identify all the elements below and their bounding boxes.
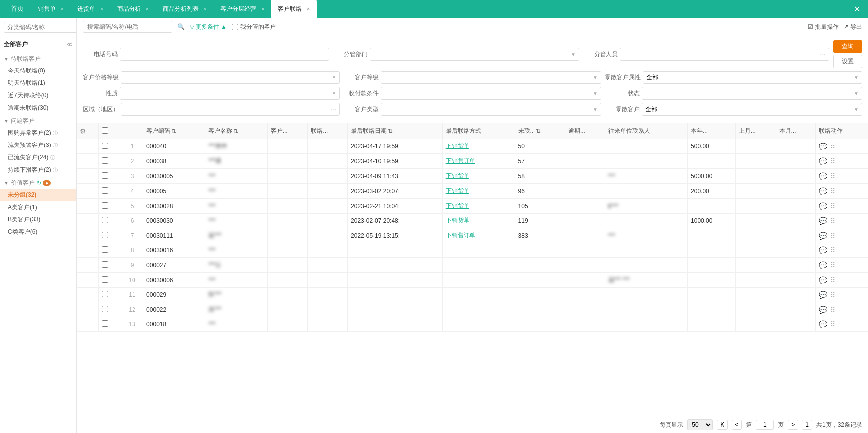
phone-input[interactable] [120,48,329,61]
grid-icon[interactable]: ⠿ [830,172,835,180]
td-checkbox[interactable] [99,288,121,302]
row-checkbox[interactable] [102,246,108,253]
nav-tab-goods-analysis[interactable]: 商品分析 × [110,0,156,18]
sidebar-item-overdue-pending[interactable]: 逾期未联络(30) [0,102,76,114]
sidebar-item-churn-warning[interactable]: 流失预警客户(3) ⓘ [0,139,76,151]
grid-icon[interactable]: ⠿ [830,217,835,225]
td-last-contact-way[interactable] [442,243,515,258]
td-last-contact-way[interactable]: 下销售订单 [442,228,515,243]
message-icon[interactable]: 💬 [819,246,827,254]
td-last-contact-way[interactable]: 下销货单 [442,199,515,214]
search-input[interactable] [83,21,172,33]
sidebar-group-value[interactable]: ▼ 价值客户 ↻ ● [0,176,76,189]
region-select[interactable]: ··· [121,103,340,116]
close-icon[interactable]: × [146,6,149,12]
my-customer-checkbox[interactable] [232,24,238,30]
grid-icon[interactable]: ⠿ [830,246,835,254]
sidebar-item-lost[interactable]: 已流失客户(24) ⓘ [0,151,76,164]
refresh-icon[interactable]: ↻ [37,180,41,186]
row-checkbox[interactable] [102,232,108,238]
message-icon[interactable]: 💬 [819,306,827,314]
reset-button[interactable]: 设置 [833,55,862,68]
grid-icon[interactable]: ⠿ [830,187,835,195]
td-checkbox[interactable] [99,184,121,199]
close-icon[interactable]: × [61,6,64,12]
nav-tab-purchase[interactable]: 进货单 × [70,0,110,18]
sidebar-item-tomorrow-pending[interactable]: 明天待联络(1) [0,77,76,89]
message-icon[interactable]: 💬 [819,172,827,180]
nav-home[interactable]: 首页 [4,0,31,18]
close-icon[interactable]: × [100,6,103,12]
td-checkbox[interactable] [99,139,121,154]
last-page-button[interactable]: 1 [802,420,812,430]
message-icon[interactable]: 💬 [819,232,827,240]
message-icon[interactable]: 💬 [819,143,827,150]
filter-search-icon[interactable]: 🔍 [177,23,185,30]
sidebar-item-today-pending[interactable]: 今天待联络(0) [0,65,76,77]
grid-icon[interactable]: ⠿ [830,143,835,150]
message-icon[interactable]: 💬 [819,276,827,284]
td-checkbox[interactable] [99,214,121,228]
export-button[interactable]: ↗ 导出 [844,23,862,31]
th-settings[interactable]: ⚙ [77,123,99,139]
message-icon[interactable]: 💬 [819,157,827,165]
th-checkbox[interactable] [99,123,121,139]
sidebar-item-7days-pending[interactable]: 近7天待联络(0) [0,89,76,102]
row-checkbox[interactable] [102,261,108,268]
nav-tab-customer-contact[interactable]: 客户联络 × [271,0,317,18]
dept-select[interactable]: ▼ [370,48,579,61]
td-last-contact-way[interactable] [442,258,515,273]
td-checkbox[interactable] [99,154,121,169]
retail-select[interactable]: 全部▼ [642,103,862,116]
nature-select[interactable]: ▼ [120,87,340,100]
manager-select[interactable]: ··· [620,48,829,61]
gear-icon[interactable]: ⚙ [80,127,86,135]
retail-attr-select[interactable]: 全部▼ [643,71,862,84]
td-checkbox[interactable] [99,169,121,184]
sidebar-item-ungroup[interactable]: 未分组(32) [0,189,76,201]
close-icon[interactable]: × [261,6,264,12]
batch-op-button[interactable]: ☑ 批量操作 [808,23,839,31]
grid-icon[interactable]: ⠿ [830,202,835,210]
status-select[interactable]: ▼ [642,87,862,100]
prev-page-button[interactable]: < [732,420,742,430]
message-icon[interactable]: 💬 [819,202,827,210]
grid-icon[interactable]: ⠿ [830,261,835,269]
td-last-contact-way[interactable] [442,317,515,332]
grid-icon[interactable]: ⠿ [830,232,835,240]
row-checkbox[interactable] [102,202,108,209]
sidebar-item-class-c[interactable]: C类客户(6) [0,226,76,238]
td-last-contact-way[interactable]: 下销售订单 [442,154,515,169]
th-no-contact[interactable]: 未联...⇅ [515,123,565,139]
row-checkbox[interactable] [102,157,108,164]
th-last-contact-date[interactable]: 最后联络日期⇅ [348,123,443,139]
sidebar-item-class-a[interactable]: A类客户(1) [0,201,76,214]
message-icon[interactable]: 💬 [819,217,827,225]
grid-icon[interactable]: ⠿ [830,306,835,314]
row-checkbox[interactable] [102,217,108,223]
row-checkbox[interactable] [102,143,108,149]
message-icon[interactable]: 💬 [819,291,827,299]
td-checkbox[interactable] [99,243,121,258]
th-cust-code[interactable]: 客户编码⇅ [143,123,205,139]
td-checkbox[interactable] [99,273,121,288]
td-last-contact-way[interactable]: 下销货单 [442,139,515,154]
td-last-contact-way[interactable]: 下销货单 [442,169,515,184]
td-checkbox[interactable] [99,258,121,273]
close-icon[interactable]: × [307,6,310,12]
row-checkbox[interactable] [102,306,108,312]
grid-icon[interactable]: ⠿ [830,291,835,299]
query-button[interactable]: 查询 [833,40,862,53]
per-page-select[interactable]: 50 100 200 [687,419,713,430]
grid-icon[interactable]: ⠿ [830,276,835,284]
td-last-contact-way[interactable]: 下销货单 [442,184,515,199]
row-checkbox[interactable] [102,172,108,179]
sidebar-item-declining[interactable]: 持续下滑客户(2) ⓘ [0,164,76,176]
message-icon[interactable]: 💬 [819,187,827,195]
cust-level-select[interactable]: ▼ [381,71,601,84]
sidebar-search-input[interactable] [4,22,77,33]
th-cust-name[interactable]: 客户名称⇅ [205,123,267,139]
td-last-contact-way[interactable]: 下销货单 [442,214,515,228]
price-level-select[interactable]: ▼ [121,71,340,84]
row-checkbox[interactable] [102,187,108,194]
